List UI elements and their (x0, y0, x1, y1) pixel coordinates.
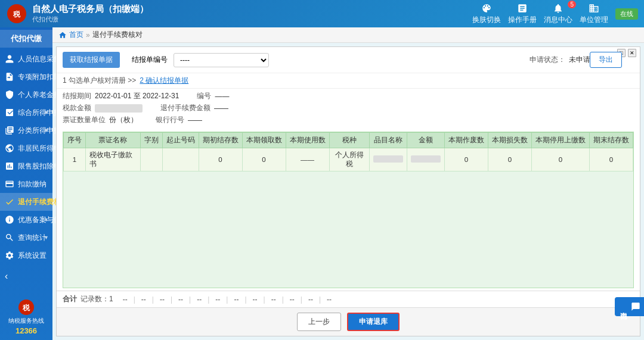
status-container: 申请状态： 未申请 ? (530, 55, 598, 65)
tax-value (95, 104, 143, 113)
table-header-row: 序号 票证名称 字别 起止号码 期初结存数 本期领取数 本期使用数 税种 品目名… (64, 133, 633, 148)
export-btn[interactable]: 导出 (590, 52, 622, 68)
page-header: 获取结报单据 结报单编号 ---- 申请状态： 未申请 ? 导出 (57, 47, 640, 73)
submit-btn[interactable]: 申请退库 (347, 313, 400, 331)
col-zi: 字别 (140, 133, 162, 148)
sidebar-item-special[interactable]: 专项附加扣除信息采集 (0, 68, 52, 86)
sidebar-item-query-stats[interactable]: 查询统计 ▼ (0, 229, 52, 247)
cell-0-13: 0 (590, 148, 633, 171)
ticket-value: 份（枚） (109, 115, 138, 125)
manual-btn[interactable]: 操作手册 (508, 3, 537, 25)
col-benci-yong: 本期使用数 (286, 133, 329, 148)
breadcrumb-home[interactable]: 首页 (69, 30, 83, 40)
app-subtitle: 代扣代缴 (32, 15, 472, 24)
period-label: 结报期间 (63, 91, 91, 101)
footer-count: 记录数：1 (80, 294, 113, 304)
cell-0-7: 个人所得税 (329, 148, 370, 171)
footer-sep-11: | (319, 295, 321, 304)
col-benci-ling: 本期领取数 (242, 133, 286, 148)
table-row: 1税收电子缴款书00——个人所得税0000 (64, 148, 633, 171)
manual-label: 操作手册 (508, 15, 537, 25)
footer-cell-2: -- (141, 295, 146, 304)
top-bar: 税 自然人电子税务局（扣缴端） 代扣代缴 换肤切换 操作手册 5 消息中心 单位… (0, 0, 644, 27)
col-pinmu: 品目名称 (370, 133, 407, 148)
sidebar-item-personnel[interactable]: 人员信息采集 (0, 50, 52, 68)
sidebar-item-classified-label: 分类所得申报 (18, 126, 61, 135)
footer-cell-10: -- (290, 295, 295, 304)
sidebar-item-deduct-error[interactable]: 扣款缴纳 (0, 175, 52, 193)
page-footer: 合计 记录数：1 -- | -- | -- | -- | -- | -- | -… (57, 291, 640, 307)
cell-0-3 (162, 148, 199, 171)
cell-0-12: 0 (532, 148, 590, 171)
action-bar: 上一步 申请退库 (57, 307, 640, 336)
home-icon (58, 31, 67, 39)
breadcrumb-separator: » (86, 31, 90, 39)
bank-value: —— (188, 116, 202, 124)
bank-label: 银行行号 (156, 115, 184, 125)
sidebar-item-comprehensive[interactable]: 综合所得申报 ▼ (0, 104, 52, 121)
app-logo: 税 (6, 3, 27, 24)
footer-cell-4: -- (178, 295, 183, 304)
breadcrumb-current: 退付手续费核对 (92, 30, 143, 40)
sidebar-item-classified[interactable]: 分类所得申报 ▼ (0, 121, 52, 139)
sidebar-item-comprehensive-label: 综合所得申报 (18, 108, 61, 117)
unit-manage-label: 单位管理 (580, 15, 608, 25)
cell-0-10: 0 (445, 148, 488, 171)
period-value: 2022-01-01 至 2022-12-31 (95, 91, 179, 101)
message-btn[interactable]: 5 消息中心 (544, 3, 572, 25)
footer-cell-7: -- (234, 295, 239, 304)
info-row-1: 结报期间 2022-01-01 至 2022-12-31 编号 —— (63, 91, 634, 101)
status-label: 申请状态： (530, 55, 565, 65)
skin-switch-btn[interactable]: 换肤切换 (472, 3, 501, 25)
tax-consult-btn[interactable]: 办税咨询 (615, 297, 644, 316)
jiebao-select[interactable]: ---- (174, 53, 269, 67)
cell-0-1: 税收电子缴款书 (86, 148, 141, 171)
cell-0-0: 1 (64, 148, 86, 171)
info-row-2: 税款金额 退付手续费金额 —— (63, 103, 634, 113)
app-title: 自然人电子税务局（扣缴端） (32, 4, 472, 15)
cell-0-5: 0 (242, 148, 286, 171)
chat-icon (631, 302, 640, 311)
bianhao-value: —— (215, 92, 229, 101)
footer-cell-12: -- (327, 295, 332, 304)
sidebar-item-refund-verify[interactable]: 退付手续费核对 (0, 193, 52, 211)
fetch-report-btn[interactable]: 获取结报单据 (63, 52, 120, 68)
cell-0-9 (407, 148, 445, 171)
online-status: 在线 (615, 8, 638, 20)
col-qimo-cun: 期末结存数 (590, 133, 633, 148)
footer-sep-4: | (189, 295, 191, 304)
col-benci-ting: 本期停用上缴数 (532, 133, 590, 148)
data-table: 序号 票证名称 字别 起止号码 期初结存数 本期领取数 本期使用数 税种 品目名… (63, 132, 633, 171)
page-container: □ ✕ 获取结报单据 结报单编号 ---- 申请状态： 未申请 ? 导出 (56, 46, 640, 336)
tax-service-label: 纳税服务热线 (8, 317, 44, 325)
close-btn[interactable]: ✕ (628, 49, 636, 57)
sidebar-collapse-btn[interactable]: ‹ (0, 267, 52, 286)
col-tax-type: 税种 (329, 133, 370, 148)
footer-cell-5: -- (197, 295, 202, 304)
prev-btn[interactable]: 上一步 (297, 313, 341, 331)
sidebar-item-system-settings[interactable]: 系统设置 (0, 247, 52, 264)
step-row: 1 勾选单户核对清册 >> 2 确认结报单据 (57, 73, 640, 89)
optimized-expand-icon: ▼ (44, 217, 49, 223)
cell-0-2 (140, 148, 162, 171)
sidebar-item-optimized[interactable]: 优惠备案与信息报送 ▼ (0, 211, 52, 229)
sidebar-item-limit-deduct[interactable]: 限售股扣除申报 (0, 157, 52, 175)
sidebar-item-nonresident[interactable]: 非居民所得申报 (0, 139, 52, 157)
cell-0-4: 0 (199, 148, 242, 171)
bank-item: 银行行号 —— (156, 115, 202, 125)
query-stats-expand-icon: ▼ (44, 235, 49, 241)
sidebar-item-pension[interactable]: 个人养老金扣除信息采集 (0, 86, 52, 104)
tax-service-logo: 税 (18, 299, 35, 316)
refund-item: 退付手续费金额 —— (160, 103, 228, 113)
sidebar-header: 代扣代缴 (0, 30, 52, 48)
app-title-group: 自然人电子税务局（扣缴端） 代扣代缴 (32, 4, 472, 24)
step2-link[interactable]: 2 确认结报单据 (140, 76, 188, 86)
unit-manage-btn[interactable]: 单位管理 (580, 3, 608, 25)
ticket-item: 票证数量单位 份（枚） (63, 115, 138, 125)
footer-sep-7: | (244, 295, 246, 304)
cell-0-11: 0 (488, 148, 532, 171)
period-item: 结报期间 2022-01-01 至 2022-12-31 (63, 91, 179, 101)
footer-sep-5: | (208, 295, 209, 304)
footer-cell-9: -- (271, 295, 276, 304)
message-badge: 5 (568, 1, 576, 8)
